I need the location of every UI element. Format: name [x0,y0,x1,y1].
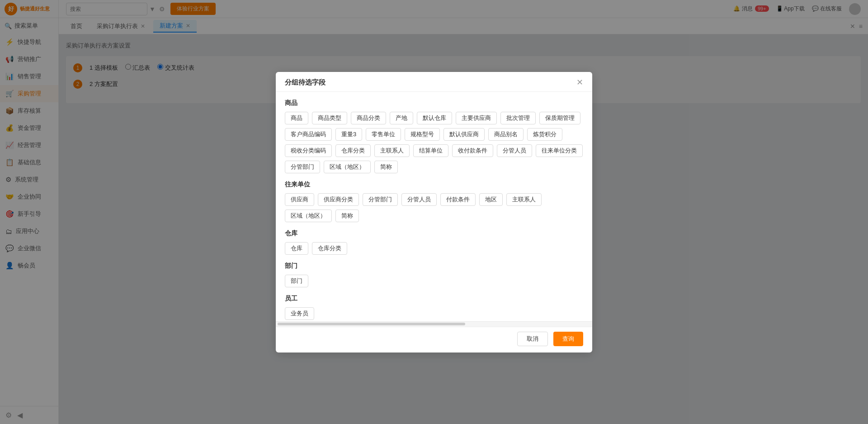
tag-spec-model[interactable]: 规格型号 [405,128,440,141]
employee-tag-group: 业务员 [285,307,583,320]
tag-supplier-category[interactable]: 供应商分类 [318,193,359,206]
tag-customer-goods-code[interactable]: 客户商品编码 [285,128,332,141]
tag-goods-category[interactable]: 商品分类 [351,112,386,124]
tag-goods-type[interactable]: 商品类型 [312,112,347,124]
section-title-warehouse: 仓库 [285,229,583,238]
tag-goods[interactable]: 商品 [285,112,308,124]
tag-short-name-cp[interactable]: 简称 [335,210,359,222]
tag-supervisor[interactable]: 分管人员 [497,144,532,157]
tag-counterparty-category[interactable]: 往来单位分类 [536,144,583,157]
tag-short-name-goods[interactable]: 简称 [374,161,398,173]
tag-settlement-unit[interactable]: 结算单位 [413,144,448,157]
modal-header: 分组待选字段 ✕ [276,72,592,92]
modal-body: 商品 商品 商品类型 商品分类 产地 默认仓库 主要供应商 批次管理 保质期管理… [276,92,592,321]
tag-salesperson[interactable]: 业务员 [285,307,314,320]
tag-manage-person[interactable]: 分管人员 [401,193,437,206]
section-title-counterparty: 往来单位 [285,181,583,189]
confirm-button[interactable]: 查询 [553,332,583,346]
tag-payment-terms[interactable]: 收付款条件 [452,144,493,157]
tag-main-contact-cp[interactable]: 主联系人 [506,193,542,206]
warehouse-tag-group: 仓库 仓库分类 [285,242,583,255]
tag-region-goods[interactable]: 区域（地区） [324,161,371,173]
modal-close-button[interactable]: ✕ [576,78,583,86]
tag-tax-code[interactable]: 税收分类编码 [285,144,332,157]
section-title-department: 部门 [285,262,583,270]
tag-area[interactable]: 地区 [479,193,503,206]
modal-horizontal-scrollbar[interactable] [276,321,592,327]
tag-warehouse-cat[interactable]: 仓库分类 [312,242,347,255]
tag-default-supplier[interactable]: 默认供应商 [443,128,485,141]
department-tag-group: 部门 [285,275,583,287]
tag-retail-unit[interactable]: 零售单位 [366,128,401,141]
tag-expiry-mgmt[interactable]: 保质期管理 [539,112,580,124]
tag-goods-alias[interactable]: 商品别名 [488,128,524,141]
cancel-button[interactable]: 取消 [517,332,548,346]
goods-tag-group: 商品 商品类型 商品分类 产地 默认仓库 主要供应商 批次管理 保质期管理 客户… [285,112,583,173]
tag-main-contact[interactable]: 主联系人 [374,144,410,157]
tag-dept[interactable]: 分管部门 [285,161,320,173]
tag-manage-dept[interactable]: 分管部门 [363,193,398,206]
tag-supplier[interactable]: 供应商 [285,193,314,206]
section-title-goods: 商品 [285,99,583,107]
modal-title: 分组待选字段 [285,78,326,87]
section-title-employee: 员工 [285,295,583,303]
tag-warehouse-category[interactable]: 仓库分类 [335,144,371,157]
horizontal-scrollbar-thumb [278,323,465,325]
tag-payment-condition[interactable]: 付款条件 [440,193,476,206]
field-selection-modal: 分组待选字段 ✕ 商品 商品 商品类型 商品分类 产地 默认仓库 主要供应商 批… [276,72,592,353]
tag-main-supplier[interactable]: 主要供应商 [456,112,497,124]
tag-default-warehouse[interactable]: 默认仓库 [417,112,452,124]
tag-batch-mgmt[interactable]: 批次管理 [500,112,536,124]
tag-weight3[interactable]: 重量3 [335,128,362,141]
modal-overlay: 分组待选字段 ✕ 商品 商品 商品类型 商品分类 产地 默认仓库 主要供应商 批… [0,0,868,424]
tag-warehouse[interactable]: 仓库 [285,242,308,255]
tag-department[interactable]: 部门 [285,275,308,287]
tag-refine-points[interactable]: 炼货积分 [527,128,562,141]
modal-footer: 取消 查询 [276,327,592,353]
tag-region-cp[interactable]: 区域（地区） [285,210,332,222]
tag-origin[interactable]: 产地 [390,112,413,124]
counterparty-tag-group: 供应商 供应商分类 分管部门 分管人员 付款条件 地区 主联系人 区域（地区） … [285,193,583,222]
